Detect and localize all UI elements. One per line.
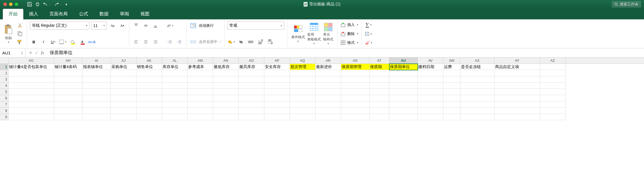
- cell-AG2[interactable]: [9, 70, 54, 76]
- cell-AK2[interactable]: [136, 70, 162, 76]
- cell-AU2[interactable]: [389, 70, 418, 76]
- cell-AN5[interactable]: [213, 89, 239, 95]
- copy-button[interactable]: [16, 30, 24, 37]
- cell-AJ9[interactable]: [111, 114, 136, 120]
- column-header-AQ[interactable]: AQ: [290, 58, 315, 64]
- align-left-button[interactable]: [132, 38, 140, 46]
- cell-AH3[interactable]: [54, 76, 82, 83]
- tab-data[interactable]: 数据: [94, 9, 114, 19]
- column-header-AS[interactable]: AS: [341, 58, 369, 64]
- cell-AO9[interactable]: [239, 114, 264, 120]
- cell-AY4[interactable]: [495, 83, 540, 89]
- cell-AJ5[interactable]: [111, 89, 136, 95]
- column-header-AN[interactable]: AN: [213, 58, 239, 64]
- cell-AP8[interactable]: [264, 108, 290, 114]
- align-right-button[interactable]: [151, 38, 159, 46]
- cell-AP3[interactable]: [264, 76, 290, 83]
- cell-AZ9[interactable]: [540, 114, 566, 120]
- cell-AV6[interactable]: [418, 95, 443, 101]
- cell-AX6[interactable]: [460, 95, 495, 101]
- cell-AU7[interactable]: [389, 101, 418, 108]
- cell-AZ4[interactable]: [540, 83, 566, 89]
- cell-AW2[interactable]: [443, 70, 460, 76]
- cell-AO5[interactable]: [239, 89, 264, 95]
- percent-button[interactable]: %: [237, 38, 245, 46]
- wrap-text-label[interactable]: 自动换行: [199, 23, 214, 28]
- tab-review[interactable]: 审阅: [114, 9, 135, 19]
- cell-AO1[interactable]: 最高库存: [239, 64, 264, 70]
- cut-button[interactable]: [16, 22, 24, 29]
- cell-AQ3[interactable]: [290, 76, 315, 83]
- cell-AI8[interactable]: [82, 108, 111, 114]
- cell-AK8[interactable]: [136, 108, 162, 114]
- cell-AT1[interactable]: 保质期: [369, 64, 389, 70]
- select-all-corner[interactable]: [0, 58, 9, 64]
- cell-styles-button[interactable]: 单元 格样式▼: [322, 22, 335, 45]
- cell-AY5[interactable]: [495, 89, 540, 95]
- row-header-7[interactable]: 7: [0, 101, 9, 108]
- cell-AL5[interactable]: [162, 89, 188, 95]
- cell-AI4[interactable]: [82, 83, 111, 89]
- delete-cells-button[interactable]: 删除: [347, 31, 355, 36]
- cell-AN9[interactable]: [213, 114, 239, 120]
- cell-AG9[interactable]: [9, 114, 54, 120]
- column-header-AV[interactable]: AV: [418, 58, 443, 64]
- fx-icon[interactable]: fx: [41, 50, 44, 55]
- cell-AO7[interactable]: [239, 101, 264, 108]
- cell-AQ9[interactable]: [290, 114, 315, 120]
- cell-AS3[interactable]: [341, 76, 369, 83]
- cell-AX4[interactable]: [460, 83, 495, 89]
- cell-AS4[interactable]: [341, 83, 369, 89]
- column-header-AO[interactable]: AO: [239, 58, 264, 64]
- currency-button[interactable]: [227, 38, 235, 46]
- phonetic-guide-button[interactable]: abcA: [88, 38, 96, 46]
- cell-AR7[interactable]: [315, 101, 341, 108]
- minimize-window-button[interactable]: [9, 3, 13, 6]
- cell-AX7[interactable]: [460, 101, 495, 108]
- cell-AQ5[interactable]: [290, 89, 315, 95]
- format-cells-button[interactable]: 格式: [347, 40, 355, 45]
- cell-AV1[interactable]: 建档日期: [418, 64, 443, 70]
- bold-button[interactable]: B: [30, 38, 38, 46]
- search-sheet-input[interactable]: 搜索工作表: [612, 1, 641, 8]
- cell-AU1[interactable]: 保质期单位: [389, 64, 418, 70]
- cell-AG4[interactable]: [9, 83, 54, 89]
- cell-AT8[interactable]: [369, 108, 389, 114]
- cell-AJ4[interactable]: [111, 83, 136, 89]
- cell-AI9[interactable]: [82, 114, 111, 120]
- cell-AJ3[interactable]: [111, 76, 136, 83]
- cell-AS6[interactable]: [341, 95, 369, 101]
- cell-AM8[interactable]: [188, 108, 213, 114]
- format-as-table-button[interactable]: 套用 表格格式▼: [306, 22, 322, 45]
- cell-AR6[interactable]: [315, 95, 341, 101]
- cell-AH2[interactable]: [54, 70, 82, 76]
- cell-AI3[interactable]: [82, 76, 111, 83]
- row-header-4[interactable]: 4: [0, 83, 9, 89]
- comma-style-button[interactable]: 000: [247, 38, 255, 46]
- cell-AY8[interactable]: [495, 108, 540, 114]
- column-header-AW[interactable]: AW: [443, 58, 460, 64]
- orientation-button[interactable]: ab: [166, 22, 174, 29]
- cell-AT3[interactable]: [369, 76, 389, 83]
- borders-button[interactable]: [59, 38, 67, 46]
- qat-customize-icon[interactable]: ▾: [65, 2, 67, 7]
- cell-AW3[interactable]: [443, 76, 460, 83]
- cell-AG5[interactable]: [9, 89, 54, 95]
- cell-AS5[interactable]: [341, 89, 369, 95]
- formula-input[interactable]: 保质期单位: [47, 50, 644, 56]
- fill-button[interactable]: [365, 30, 373, 38]
- conditional-format-button[interactable]: 条件格式▼: [290, 25, 306, 43]
- align-center-button[interactable]: [142, 38, 150, 46]
- cell-AQ2[interactable]: [290, 70, 315, 76]
- column-header-AM[interactable]: AM: [188, 58, 213, 64]
- cell-AL7[interactable]: [162, 101, 188, 108]
- cell-AK5[interactable]: [136, 89, 162, 95]
- cell-AS9[interactable]: [341, 114, 369, 120]
- cell-AK1[interactable]: 销售单位: [136, 64, 162, 70]
- cell-AQ8[interactable]: [290, 108, 315, 114]
- cell-AZ1[interactable]: [540, 64, 566, 70]
- row-header-1[interactable]: 1: [0, 64, 9, 70]
- cancel-formula-button[interactable]: ✕: [29, 51, 32, 55]
- cell-AX2[interactable]: [460, 70, 495, 76]
- cell-AV8[interactable]: [418, 108, 443, 114]
